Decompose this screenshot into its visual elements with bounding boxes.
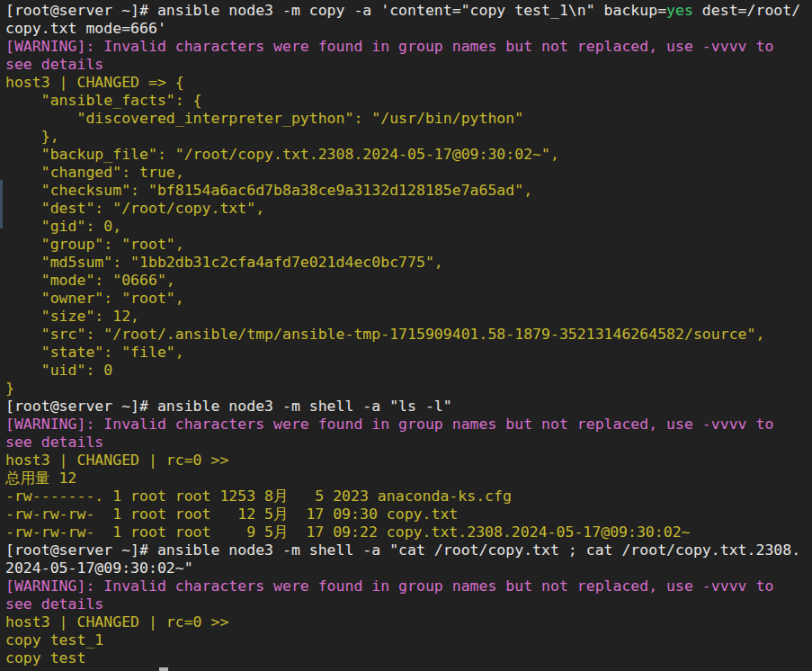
terminal-text: copy.txt mode=666' <box>5 20 166 37</box>
terminal-line: "size": 12, <box>5 308 812 326</box>
terminal-line: host3 | CHANGED | rc=0 >> <box>5 613 812 631</box>
terminal-text: }, <box>5 128 59 145</box>
terminal-text: yes <box>666 2 693 19</box>
terminal-text: copy test_1 <box>5 631 103 649</box>
terminal-text: "md5sum": "1bb2db31c2cfa4afd7e021d4ec0bc… <box>5 254 443 271</box>
terminal-text: "src": "/root/.ansible/tmp/ansible-tmp-1… <box>5 326 764 343</box>
terminal-text: [WARNING]: Invalid characters were found… <box>5 416 773 433</box>
terminal-line: -rw-------. 1 root root 1253 8月 5 2023 a… <box>5 488 812 505</box>
terminal-line: see details <box>5 56 812 74</box>
terminal-text: [root@server ~]# ansible node3 -m shell … <box>5 398 452 415</box>
terminal-line: copy test <box>5 649 812 667</box>
terminal-text: "backup_file": "/root/copy.txt.2308.2024… <box>5 146 559 163</box>
terminal-line: [root@server ~]# ansible node3 -m copy -… <box>5 2 812 20</box>
terminal-line: "owner": "root", <box>5 290 812 308</box>
terminal-line: "dest": "/root/copy.txt", <box>5 200 812 218</box>
terminal-line: "gid": 0, <box>5 218 812 236</box>
terminal-line: 总用量 12 <box>5 470 812 488</box>
terminal-text: [WARNING]: Invalid characters were found… <box>5 38 773 55</box>
terminal-line: copy test_1 <box>5 631 812 649</box>
terminal-text: "group": "root", <box>5 236 184 253</box>
terminal-text: [root@server ~]# ansible node3 -m copy -… <box>5 2 666 19</box>
terminal-text: host3 | CHANGED | rc=0 >> <box>5 613 228 631</box>
terminal-line: "md5sum": "1bb2db31c2cfa4afd7e021d4ec0bc… <box>5 254 812 272</box>
terminal-text: host3 | CHANGED | rc=0 >> <box>5 452 228 469</box>
terminal-output: [root@server ~]# ansible node3 -m copy -… <box>5 2 812 667</box>
terminal-line: "discovered_interpreter_python": "/usr/b… <box>5 110 812 128</box>
terminal-text: [WARNING]: Invalid characters were found… <box>5 577 773 595</box>
terminal-text: copy test <box>5 649 85 667</box>
terminal-text: "discovered_interpreter_python": "/usr/b… <box>5 110 523 127</box>
terminal-text: "state": "file", <box>5 344 184 361</box>
terminal-text: 总用量 12 <box>5 470 76 487</box>
terminal-line: -rw-rw-rw- 1 root root 12 5月 17 09:30 co… <box>5 505 812 523</box>
terminal-line: "ansible_facts": { <box>5 92 812 110</box>
terminal-line: [WARNING]: Invalid characters were found… <box>5 416 812 434</box>
terminal-line: [WARNING]: Invalid characters were found… <box>5 38 812 56</box>
terminal-text: "ansible_facts": { <box>5 92 202 109</box>
terminal-line: } <box>5 380 812 398</box>
terminal-text: "uid": 0 <box>5 362 112 379</box>
terminal-line: [root@server ~]# ansible node3 -m shell … <box>5 541 812 559</box>
terminal-text: -rw-rw-rw- 1 root root 9 5月 17 09:22 cop… <box>5 523 691 541</box>
terminal-text: 2024-05-17@09:30:02~" <box>5 559 193 577</box>
terminal-text: host3 | CHANGED => { <box>5 74 184 91</box>
terminal-line: "src": "/root/.ansible/tmp/ansible-tmp-1… <box>5 326 812 344</box>
terminal-line: -rw-rw-rw- 1 root root 9 5月 17 09:22 cop… <box>5 523 812 541</box>
terminal-line: [root@server ~]# ansible node3 -m shell … <box>5 398 812 416</box>
terminal-line: "group": "root", <box>5 236 812 254</box>
terminal-line: 2024-05-17@09:30:02~" <box>5 559 812 577</box>
terminal-line: copy.txt mode=666' <box>5 20 812 38</box>
terminal-line: "checksum": "bf8154a6ac6d7b8a38ce9a3132d… <box>5 182 812 200</box>
terminal-text: dest=/root/ <box>693 2 800 19</box>
terminal-text: "size": 12, <box>5 308 139 325</box>
terminal-window: [root@server ~]# ansible node3 -m copy -… <box>0 0 812 671</box>
terminal-line: "uid": 0 <box>5 362 812 380</box>
terminal-line: see details <box>5 595 812 613</box>
terminal-line: "state": "file", <box>5 344 812 362</box>
terminal-text: "dest": "/root/copy.txt", <box>5 200 264 217</box>
terminal-text: [root@server ~]# ansible node3 -m shell … <box>5 541 800 559</box>
terminal-line: host3 | CHANGED | rc=0 >> <box>5 452 812 470</box>
terminal-line: }, <box>5 128 812 146</box>
terminal-text: "mode": "0666", <box>5 272 175 289</box>
terminal-text: -rw-rw-rw- 1 root root 12 5月 17 09:30 co… <box>5 505 458 523</box>
terminal-line: "backup_file": "/root/copy.txt.2308.2024… <box>5 146 812 164</box>
scrollbar-thumb[interactable] <box>0 180 3 228</box>
terminal-text: see details <box>5 56 103 73</box>
terminal-line: "changed": true, <box>5 164 812 182</box>
terminal-text: see details <box>5 595 103 613</box>
terminal-cursor[interactable] <box>159 667 168 671</box>
terminal-line: [WARNING]: Invalid characters were found… <box>5 577 812 595</box>
terminal-text: -rw-------. 1 root root 1253 8月 5 2023 a… <box>5 488 512 505</box>
terminal-text: "owner": "root", <box>5 290 184 307</box>
terminal-line: host3 | CHANGED => { <box>5 74 812 92</box>
terminal-line: "mode": "0666", <box>5 272 812 290</box>
terminal-text: "checksum": "bf8154a6ac6d7b8a38ce9a3132d… <box>5 182 532 199</box>
terminal-text: see details <box>5 434 103 451</box>
terminal-text: } <box>5 380 14 397</box>
terminal-line: see details <box>5 434 812 452</box>
terminal-text: "changed": true, <box>5 164 184 181</box>
terminal-text: "gid": 0, <box>5 218 121 235</box>
